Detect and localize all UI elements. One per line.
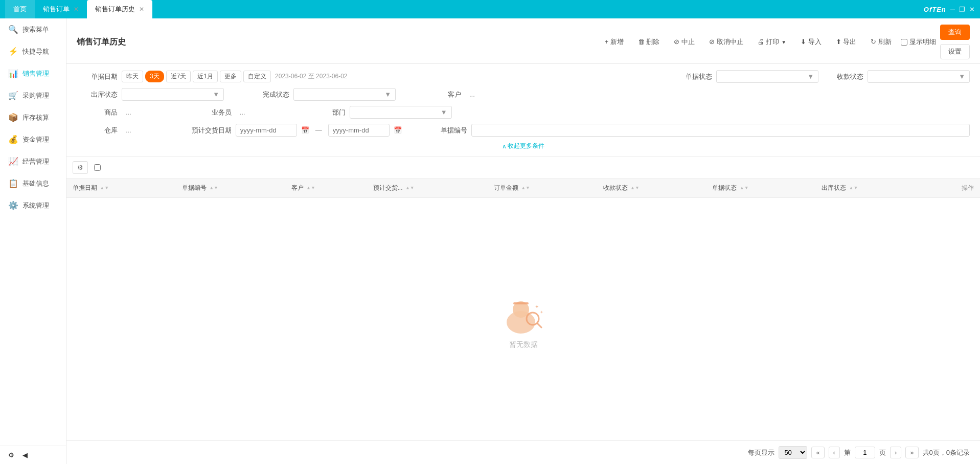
tab-sales-order-history-label: 销售订单历史 [95,5,135,14]
sidebar-settings-icon[interactable]: ⚙ [8,451,14,459]
date-btn-today[interactable]: 昨天 [122,71,143,82]
current-page-input[interactable] [855,447,875,458]
sidebar-item-inventory-check[interactable]: 📦 库存核算 [0,106,66,128]
date-btn-custom[interactable]: 自定义 [243,71,271,82]
close-btn[interactable]: ✕ [969,6,975,13]
tab-sales-order[interactable]: 销售订单 ✕ [35,0,87,18]
col-delivery-date-sort-icon: ▲▼ [405,186,415,190]
col-bill-status-label: 单据状态 [712,184,737,191]
date-btn-1month[interactable]: 近1月 [193,71,218,82]
svg-text:✦: ✦ [535,304,539,310]
col-bill-date[interactable]: 单据日期 ▲▼ [66,179,176,198]
tab-sales-order-close[interactable]: ✕ [74,6,79,13]
suspend-button[interactable]: ⊘ 中止 [669,35,700,49]
sidebar-item-finance-mgmt[interactable]: 💰 资金管理 [0,128,66,150]
table-settings-button[interactable]: ⚙ [73,161,88,174]
sidebar-item-quick-nav[interactable]: ⚡ 快捷导航 [0,40,66,62]
sidebar-item-basic-info-label: 基础信息 [22,179,49,188]
tab-sales-order-history[interactable]: 销售订单历史 ✕ [87,0,152,18]
first-page-btn[interactable]: « [811,447,824,458]
payment-status-arrow-icon: ▼ [959,73,965,80]
minimize-btn[interactable]: ─ [950,6,955,13]
col-payment-status-label: 收款状态 [603,184,628,191]
payment-status-select[interactable]: ▼ [868,70,970,83]
warehouse-picker[interactable]: ... [122,126,135,134]
query-button[interactable]: 查询 [940,25,970,40]
delivery-date-end-calendar-icon[interactable]: 📅 [394,126,402,134]
page-header: 销售订单历史 + 新增 🗑 删除 ⊘ 中止 ⊘ 取消中止 🖨 打印 ▼ ⬇ 导入… [66,18,980,64]
col-order-amount[interactable]: 订单金额 ▲▼ [488,179,597,198]
sidebar-item-search-menu[interactable]: 🔍 搜索菜单 [0,18,66,40]
col-payment-status[interactable]: 收款状态 ▲▼ [597,179,706,198]
next-page-btn[interactable]: › [890,447,901,458]
payment-status-label: 收款状态 [823,72,863,81]
col-bill-status-sort-icon: ▲▼ [740,186,749,190]
complete-status-arrow-icon: ▼ [384,91,391,98]
sidebar-collapse-icon[interactable]: ◀ [22,451,28,459]
bill-status-label: 单据状态 [671,72,712,81]
col-bill-no-label: 单据编号 [182,184,207,191]
table-toolbar: ⚙ [66,157,980,179]
col-delivery-date[interactable]: 预计交货... ▲▼ [367,179,488,198]
sidebar-item-ops-mgmt[interactable]: 📈 经营管理 [0,150,66,172]
collapse-link[interactable]: ∧ 收起更多条件 [77,142,970,150]
col-bill-date-sort-icon: ▲▼ [100,186,109,190]
sidebar-item-purchase-mgmt-label: 采购管理 [22,91,49,100]
import-button[interactable]: ⬇ 导入 [795,35,827,49]
delivery-date-start-input[interactable] [236,124,297,137]
goods-picker[interactable]: ... [122,108,135,116]
cancel-suspend-button[interactable]: ⊘ 取消中止 [704,35,748,49]
col-out-status[interactable]: 出库状态 ▲▼ [815,179,925,198]
col-bill-status[interactable]: 单据状态 ▲▼ [706,179,815,198]
page-label: 页 [879,448,886,457]
select-all-checkbox[interactable] [94,164,101,171]
customer-label: 客户 [420,90,461,99]
per-page-select[interactable]: 10 20 50 100 [779,446,807,459]
date-btn-more[interactable]: 更多 [220,71,241,82]
tab-sales-order-history-close[interactable]: ✕ [139,6,144,13]
sidebar-item-sales-mgmt[interactable]: 📊 销售管理 [0,62,66,84]
new-button[interactable]: + 新增 [600,35,629,49]
delivery-date-start-calendar-icon[interactable]: 📅 [301,126,309,134]
date-btn-3days[interactable]: 3天 [145,71,164,82]
date-btn-7days[interactable]: 近7天 [166,71,191,82]
finance-mgmt-icon: 💰 [8,135,18,144]
last-page-btn[interactable]: » [905,447,918,458]
delete-button[interactable]: 🗑 删除 [633,35,665,49]
customer-picker[interactable]: ... [465,91,479,98]
refresh-button[interactable]: ↻ 刷新 [865,35,897,49]
sidebar-item-basic-info[interactable]: 📋 基础信息 [0,172,66,194]
warehouse-label: 仓库 [77,126,118,135]
filter-row-4: 仓库 ... 预计交货日期 📅 — 📅 单据编号 [77,124,970,137]
restore-btn[interactable]: ❐ [959,6,965,13]
col-order-amount-sort-icon: ▲▼ [521,186,530,190]
salesperson-label: 业务员 [191,108,232,117]
sidebar-item-system-mgmt[interactable]: ⚙️ 系统管理 [0,194,66,216]
sidebar-item-search-menu-label: 搜索菜单 [22,25,49,34]
tab-sales-order-label: 销售订单 [43,5,70,14]
show-detail-checkbox[interactable] [901,39,907,46]
export-button[interactable]: ⬆ 导出 [831,35,862,49]
main-layout: 🔍 搜索菜单 ⚡ 快捷导航 📊 销售管理 🛒 采购管理 📦 库存核算 💰 资金管… [0,18,980,464]
sidebar-item-sales-mgmt-label: 销售管理 [22,69,49,78]
brand-label: OfTEn [924,6,946,13]
bill-status-select[interactable]: ▼ [716,70,818,83]
col-payment-status-sort-icon: ▲▼ [630,186,640,190]
dept-select[interactable]: ▼ [350,106,452,119]
prev-page-btn[interactable]: ‹ [829,447,840,458]
complete-status-select[interactable]: ▼ [293,88,396,101]
col-bill-no[interactable]: 单据编号 ▲▼ [176,179,285,198]
delivery-date-end-input[interactable] [328,124,390,137]
out-status-select[interactable]: ▼ [122,88,224,101]
bill-no-input[interactable] [471,124,970,137]
sidebar-item-purchase-mgmt[interactable]: 🛒 采购管理 [0,84,66,106]
print-button[interactable]: 🖨 打印 ▼ [753,35,792,49]
tab-home[interactable]: 首页 [5,0,35,18]
show-detail-checkbox-label[interactable]: 显示明细 [901,37,936,47]
search-menu-icon: 🔍 [8,25,18,34]
table-header: 单据日期 ▲▼ 单据编号 ▲▼ 客户 ▲▼ 预计交货... [66,179,980,198]
col-customer-sort-icon: ▲▼ [306,186,315,190]
col-customer[interactable]: 客户 ▲▼ [285,179,367,198]
settings-button[interactable]: 设置 [940,44,970,59]
salesperson-picker[interactable]: ... [236,108,249,116]
